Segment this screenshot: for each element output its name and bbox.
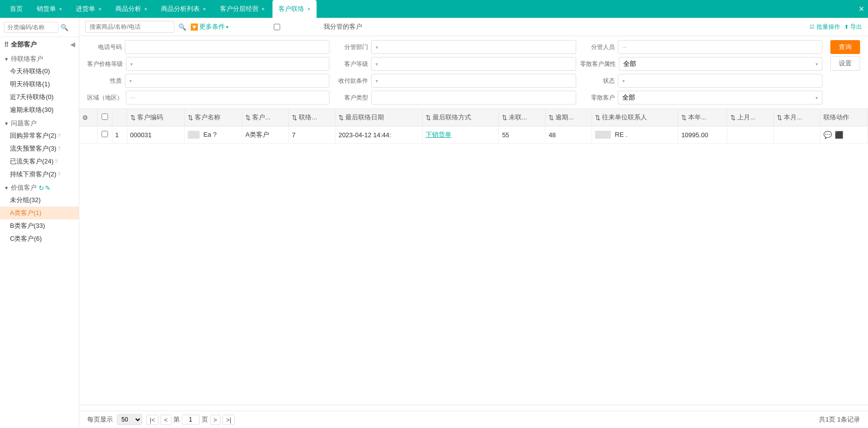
- search-input[interactable]: [85, 21, 174, 33]
- th-no-contact[interactable]: ⇅ 未联...: [499, 109, 545, 126]
- sidebar-item-tomorrow[interactable]: 明天待联络(1): [0, 78, 79, 91]
- th-last-date[interactable]: ⇅ 最后联络日期: [335, 109, 423, 126]
- sidebar-group-value[interactable]: ▼ 价值客户 ↻ ✎: [0, 181, 79, 194]
- th-settings[interactable]: ⚙: [79, 109, 97, 126]
- price-level-select[interactable]: ▾: [126, 57, 329, 71]
- th-last-month[interactable]: ⇅ 上月...: [727, 109, 774, 126]
- sort-icon-type: ⇅: [245, 114, 251, 121]
- filter-row-1: 电话号码 分管部门 ▾ 分管人员 ···: [87, 40, 822, 54]
- nav-customer-contact[interactable]: 客户联络 ×: [272, 0, 316, 18]
- td-seq: 1: [112, 126, 127, 144]
- page-input[interactable]: [182, 415, 200, 425]
- customer-level-select[interactable]: ▾: [371, 57, 576, 71]
- close-purchase-order[interactable]: ×: [98, 6, 101, 12]
- search-btn[interactable]: 🔍: [178, 23, 186, 31]
- more-filter-btn[interactable]: 🔽 更多条件 ▾: [190, 22, 228, 31]
- table-row: 1 000031 Ea ? A类客户 7 2023-04-12 14:44: 下…: [79, 126, 868, 144]
- dept-select[interactable]: ▾: [371, 40, 576, 54]
- sidebar-item-today[interactable]: 今天待联络(0): [0, 65, 79, 78]
- th-this-year[interactable]: ⇅ 本年...: [678, 109, 727, 126]
- th-unit-contact[interactable]: ⇅ 往来单位联系人: [592, 109, 678, 126]
- nav-customer-segment[interactable]: 客户分层经营 ×: [214, 0, 271, 18]
- sidebar-item-overdue[interactable]: 逾期未联络(30): [0, 104, 79, 116]
- setting-button[interactable]: 设置: [830, 56, 860, 71]
- settings-icon[interactable]: ⚙: [82, 114, 88, 121]
- nav-product-analysis[interactable]: 商品分析 ×: [109, 0, 153, 18]
- retail-attr-select[interactable]: 全部 ▾: [619, 57, 822, 71]
- th-action: 联络动作: [820, 109, 868, 126]
- sidebar-item-c-class[interactable]: C类客户(6): [0, 232, 79, 245]
- th-overdue[interactable]: ⇅ 逾期...: [545, 109, 592, 126]
- my-customer-filter[interactable]: 我分管的客户: [232, 22, 362, 31]
- sidebar-item-unclassified[interactable]: 未分组(32): [0, 194, 79, 207]
- first-page-btn[interactable]: |<: [146, 415, 159, 425]
- sidebar-search-input[interactable]: [4, 22, 58, 33]
- sort-icon-this-month: ⇅: [777, 114, 782, 121]
- nav-product-analysis-list[interactable]: 商品分析列表 ×: [155, 0, 212, 18]
- nav-purchase-order[interactable]: 进货单 ×: [70, 0, 107, 18]
- last-method-link[interactable]: 下销货单: [426, 131, 451, 138]
- sidebar-item-churn-warning[interactable]: 流失预警客户(3) ?: [0, 142, 79, 155]
- sort-icon-last-method: ⇅: [426, 114, 431, 121]
- filter-row-3: 性质 ▾ 收付款条件 ▾ 状态: [87, 74, 822, 88]
- nav-sales-order[interactable]: 销货单 ×: [31, 0, 68, 18]
- collapse-icon[interactable]: ◀: [70, 41, 75, 48]
- refresh-icon[interactable]: ↻: [39, 184, 44, 192]
- retail-select[interactable]: 全部 ▾: [618, 91, 822, 105]
- th-name[interactable]: ⇅ 客户名称: [184, 109, 242, 126]
- phone-input[interactable]: [125, 40, 329, 54]
- sidebar-search-icon[interactable]: 🔍: [60, 24, 68, 31]
- sort-icon-no-contact: ⇅: [502, 114, 507, 121]
- th-code[interactable]: ⇅ 客户编码: [127, 109, 184, 126]
- sidebar-group-pending[interactable]: ▼ 待联络客户: [0, 52, 79, 65]
- caret-icon5: ▾: [129, 78, 132, 84]
- close-customer-contact[interactable]: ×: [307, 6, 310, 12]
- all-customers-header[interactable]: ⠿ 全部客户 ◀: [0, 37, 79, 52]
- export-btn[interactable]: ⬆ 导出: [844, 23, 862, 31]
- status-label: 状态: [580, 77, 615, 85]
- sidebar-item-churned[interactable]: 已流失客户(24) ?: [0, 155, 79, 168]
- dept-label: 分管部门: [333, 43, 368, 52]
- th-type[interactable]: ⇅ 客户...: [242, 109, 289, 126]
- qr-icon[interactable]: ⬛: [835, 131, 843, 139]
- nature-select[interactable]: ▾: [125, 74, 329, 88]
- customer-type-input[interactable]: [371, 91, 576, 105]
- payment-select[interactable]: ▾: [371, 74, 576, 88]
- close-product-analysis[interactable]: ×: [144, 6, 147, 12]
- dots-icon2: ···: [130, 94, 135, 101]
- filter-cell-retail: 零散客户 全部 ▾: [580, 91, 822, 105]
- last-page-btn[interactable]: >|: [222, 415, 235, 425]
- sidebar-item-repurchase[interactable]: 回购异常客户(2) ?: [0, 129, 79, 142]
- status-select[interactable]: ▾: [618, 74, 822, 88]
- batch-action-btn[interactable]: ☑ 批量操作: [810, 23, 840, 31]
- td-checkbox: [97, 126, 112, 144]
- close-customer-segment[interactable]: ×: [262, 6, 265, 12]
- caret-icon2: ▾: [130, 61, 133, 67]
- select-all-checkbox[interactable]: [102, 113, 108, 120]
- triangle-icon3: ▼: [4, 185, 9, 191]
- nav-home[interactable]: 首页: [4, 0, 29, 18]
- sidebar-item-b-class[interactable]: B类客户(33): [0, 219, 79, 232]
- th-last-method[interactable]: ⇅ 最后联络方式: [422, 109, 499, 126]
- manager-select[interactable]: ···: [618, 40, 822, 54]
- sidebar-item-7days[interactable]: 近7天待联络(0): [0, 91, 79, 104]
- chat-icon[interactable]: 💬: [823, 131, 832, 139]
- content-area: 🔍 🔽 更多条件 ▾ 我分管的客户 ☑ 批量操作 ⬆ 导出: [79, 18, 868, 428]
- sidebar-item-a-class[interactable]: A类客户(1): [0, 207, 79, 219]
- th-this-month[interactable]: ⇅ 本月...: [774, 109, 820, 126]
- close-sales-order[interactable]: ×: [59, 6, 62, 12]
- th-contact[interactable]: ⇅ 联络...: [289, 109, 335, 126]
- sidebar-item-declining[interactable]: 持续下滑客户(2) ?: [0, 168, 79, 181]
- sidebar-group-problem[interactable]: ▼ 问题客户: [0, 116, 79, 129]
- region-input[interactable]: ···: [126, 91, 329, 105]
- prev-page-btn[interactable]: <: [161, 415, 171, 425]
- close-product-analysis-list[interactable]: ×: [203, 6, 206, 12]
- query-button[interactable]: 查询: [830, 40, 860, 54]
- scroll-area[interactable]: [79, 405, 868, 411]
- page-size-select[interactable]: 50 10 20 100: [117, 414, 142, 425]
- row-checkbox[interactable]: [102, 131, 108, 137]
- edit-value-icon[interactable]: ✎: [45, 184, 51, 192]
- close-all-tabs[interactable]: ×: [859, 4, 864, 14]
- next-page-btn[interactable]: >: [210, 415, 221, 425]
- my-customer-checkbox[interactable]: [232, 24, 322, 30]
